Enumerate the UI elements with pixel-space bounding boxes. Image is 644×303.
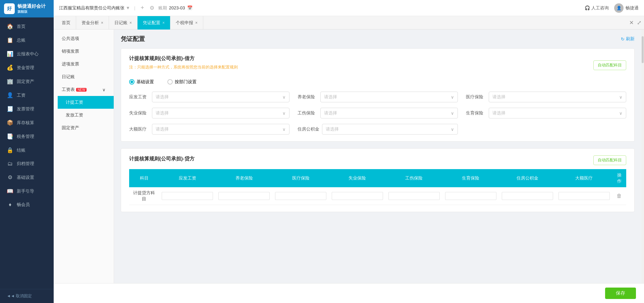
input-sybx[interactable] [332, 192, 383, 200]
col-yfgz: 应发工资 [159, 169, 216, 187]
gear-icon[interactable]: ⚙ [150, 5, 154, 11]
ylbx2-select[interactable]: 请选择 ∨ [489, 92, 626, 102]
tab-voucher-close[interactable]: × [162, 20, 165, 25]
sidebar-item-guide[interactable]: 📖 新手引导 [0, 184, 54, 198]
gsbx-select[interactable]: 请选择 ∨ [320, 108, 458, 118]
delete-icon[interactable]: 🗑 [616, 193, 622, 199]
credit-auto-match-button[interactable]: 自动匹配科目 [593, 155, 626, 165]
sidebar-item-inventory[interactable]: 📦 库存核算 [0, 116, 54, 130]
inventory-icon: 📦 [7, 119, 13, 126]
sidebar-item-home[interactable]: 🏠 首页 [0, 19, 54, 33]
yfgz-label: 应发工资 [129, 94, 149, 100]
cell-deyly[interactable] [556, 187, 612, 205]
table-row: 计提贷方科目 🗑 [129, 187, 626, 205]
sidebar-item-tax[interactable]: 📑 税务管理 [0, 130, 54, 143]
sidebar-item-invoice[interactable]: 🧾 发票管理 [0, 102, 54, 116]
radio-dept[interactable]: 按部门设置 [167, 79, 197, 85]
logo-title: 畅捷通好会计 [17, 3, 46, 9]
tab-funds-close[interactable]: × [101, 20, 103, 25]
settings-icon: ⚙ [7, 174, 13, 181]
add-account-button[interactable]: + [139, 4, 146, 11]
sidebar-item-ledger[interactable]: 📋 总账 [0, 33, 54, 47]
yfgz-select[interactable]: 请选择 ∨ [152, 92, 289, 102]
user-menu[interactable]: 👤 畅捷通 [614, 3, 639, 13]
menu-item-accrual[interactable]: 计提工资 [58, 96, 114, 109]
service-button[interactable]: 🎧 人工咨询 [585, 5, 609, 11]
cancel-pin[interactable]: ◄◄ 取消固定 [0, 289, 54, 303]
expand-icon: ∨ [102, 87, 106, 92]
tab-diary[interactable]: 日记账 × [109, 16, 138, 30]
menu-item-payment[interactable]: 发放工资 [58, 109, 114, 121]
cell-zfgjj[interactable] [499, 187, 556, 205]
field-gsbx: 工伤保险 请选择 ∨ [298, 108, 458, 118]
close-tab-button[interactable]: ✕ [629, 19, 634, 26]
input-deyly[interactable] [558, 192, 610, 200]
col-ylbx: 养老保险 [216, 169, 272, 187]
radio-basic-circle [129, 79, 135, 85]
debit-auto-match-button[interactable]: 自动匹配科目 [593, 60, 626, 70]
service-label: 人工咨询 [591, 5, 609, 11]
zfgjj-dropdown-icon: ∨ [451, 127, 454, 132]
sidebar-item-reports[interactable]: 📊 云报表中心 [0, 47, 54, 61]
credit-section: 计提核算规则(公司承担)-贷方 自动匹配科目 科目 应发工资 养老保险 医疗保险… [121, 148, 635, 212]
calendar-icon[interactable]: 📅 [187, 5, 193, 10]
tab-diary-label: 日记账 [114, 20, 127, 26]
sidebar-item-archive[interactable]: 🗂 归档管理 [0, 157, 54, 170]
vip-icon: ♦ [7, 202, 13, 208]
deyly-select[interactable]: 请选择 ∨ [152, 124, 289, 135]
period-selector[interactable]: 账期 2023-03 📅 [158, 5, 193, 11]
topbar-separator: | [134, 5, 135, 10]
input-ylbx[interactable] [218, 192, 270, 200]
sidebar-label-home: 首页 [17, 23, 25, 30]
input-sybx2[interactable] [445, 192, 496, 200]
ylbx-select[interactable]: 请选择 ∨ [320, 92, 458, 102]
field-zfgjj: 住房公积金 请选择 ∨ [298, 124, 458, 135]
company-dropdown-icon: ▼ [126, 5, 130, 10]
menu-item-fixed-assets[interactable]: 固定资产 [54, 121, 114, 134]
cell-action[interactable]: 🗑 [612, 187, 626, 205]
company-selector[interactable]: 江西服宝精品有限责任公司内账张 ▼ [59, 5, 130, 11]
menu-item-purchase[interactable]: 进项发票 [54, 58, 114, 70]
cell-sybx2[interactable] [442, 187, 499, 205]
tabbar: 首页 资金分析 × 日记账 × 凭证配置 × 个税申报 × ✕ ⤢ [54, 16, 644, 30]
refresh-button[interactable]: ↻ 刷新 [621, 36, 635, 42]
sidebar-item-salary[interactable]: 👤 工资 [0, 88, 54, 102]
sidebar-item-assets[interactable]: 🏢 固定资产 [0, 74, 54, 88]
tab-funds[interactable]: 资金分析 × [76, 16, 109, 30]
expand-tab-button[interactable]: ⤢ [637, 19, 641, 26]
cell-yfgz[interactable] [159, 187, 216, 205]
tab-home[interactable]: 首页 [56, 16, 76, 30]
close-period-icon: 🔒 [7, 147, 13, 153]
tab-diary-close[interactable]: × [129, 20, 132, 25]
cell-gsbx[interactable] [386, 187, 442, 205]
sybx-select[interactable]: 请选择 ∨ [152, 108, 289, 118]
tab-voucher[interactable]: 凭证配置 × [138, 16, 170, 30]
debit-section-title: 计提核算规则(公司承担)-借方 [129, 55, 238, 62]
page-content: 凭证配置 ↻ 刷新 计提核算规则(公司承担)-借方 注：只能选择一种方式，系统将… [114, 30, 641, 283]
menu-item-sales[interactable]: 销项发票 [54, 45, 114, 58]
sidebar-item-vip[interactable]: ♦ 畅会员 [0, 198, 54, 211]
radio-basic[interactable]: 基础设置 [129, 79, 154, 85]
menu-item-public[interactable]: 公共选项 [54, 32, 114, 45]
menu-item-diary[interactable]: 日记账 [54, 70, 114, 83]
sybx2-select[interactable]: 请选择 ∨ [489, 108, 626, 118]
sidebar-label-close: 结账 [17, 147, 25, 153]
salary-table-label: 工资表NEW [62, 87, 87, 93]
input-ylbx2[interactable] [275, 192, 326, 200]
assets-icon: 🏢 [7, 78, 13, 85]
input-gsbx[interactable] [388, 192, 440, 200]
save-button[interactable]: 保存 [605, 288, 636, 299]
sidebar-item-funds[interactable]: 💰 资金管理 [0, 61, 54, 74]
radio-dept-label: 按部门设置 [175, 79, 197, 85]
cell-ylbx2[interactable] [272, 187, 329, 205]
zfgjj-select[interactable]: 请选择 ∨ [322, 124, 458, 135]
menu-item-salary-table[interactable]: 工资表NEW ∨ [54, 83, 114, 96]
cell-sybx[interactable] [329, 187, 386, 205]
input-zfgjj[interactable] [502, 192, 553, 200]
tab-tax[interactable]: 个税申报 × [170, 16, 203, 30]
sidebar-item-settings[interactable]: ⚙ 基础设置 [0, 170, 54, 184]
tab-tax-close[interactable]: × [195, 20, 198, 25]
input-yfgz[interactable] [162, 192, 213, 200]
cell-ylbx[interactable] [216, 187, 272, 205]
sidebar-item-close[interactable]: 🔒 结账 [0, 143, 54, 157]
